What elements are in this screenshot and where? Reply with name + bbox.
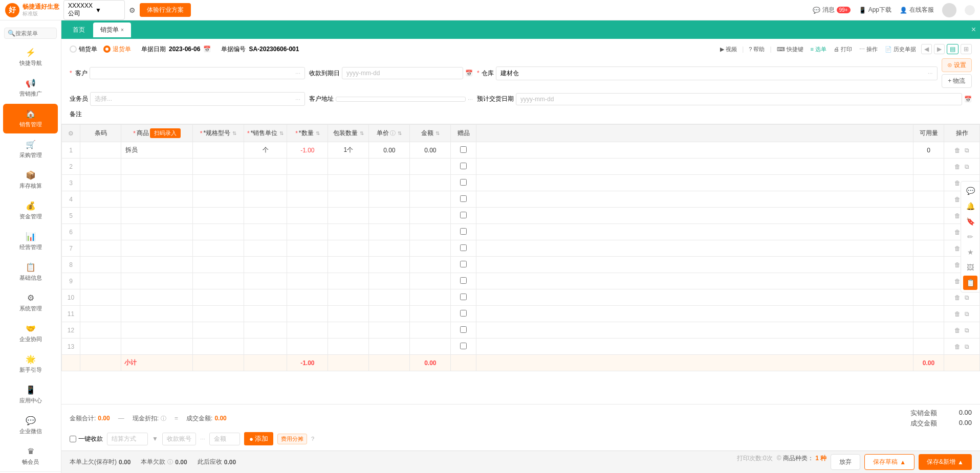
cell-price[interactable]	[369, 322, 410, 339]
expected-delivery-input[interactable]: yyyy-mm-dd	[516, 93, 962, 105]
gift-checkbox[interactable]	[460, 310, 467, 317]
cell-qty[interactable]	[287, 240, 328, 257]
cell-amount[interactable]	[410, 159, 451, 175]
payment-amount-input[interactable]: 金额	[209, 433, 240, 445]
scan-button[interactable]: 扫码录入	[150, 128, 181, 138]
cell-gift[interactable]	[451, 273, 476, 289]
cell-product[interactable]	[121, 191, 193, 208]
info-icon2[interactable]: ⓘ	[167, 458, 173, 466]
cell-barcode[interactable]	[80, 208, 121, 224]
radio-sales[interactable]: 销货单	[70, 45, 97, 54]
cell-pkg[interactable]	[328, 273, 369, 289]
gift-checkbox[interactable]	[460, 146, 467, 153]
app-download-btn[interactable]: 📱 App下载	[859, 6, 891, 14]
logistics-button[interactable]: + 物流	[942, 74, 972, 88]
cell-amount[interactable]	[410, 240, 451, 257]
amount-sort-icon[interactable]: ⇅	[435, 130, 440, 136]
operation-btn[interactable]: ⋯ 操作	[857, 44, 880, 54]
list-view-icon[interactable]: ▤	[947, 44, 959, 54]
cell-product[interactable]	[121, 339, 193, 355]
cell-amount[interactable]	[410, 306, 451, 322]
cell-pkg[interactable]	[328, 306, 369, 322]
delete-icon[interactable]: 🗑	[953, 162, 962, 171]
tab-close-icon[interactable]: ×	[121, 27, 124, 33]
cell-barcode[interactable]	[80, 322, 121, 339]
cell-qty[interactable]	[287, 289, 328, 306]
cell-product[interactable]	[121, 208, 193, 224]
tab-home[interactable]: 首页	[66, 22, 92, 37]
cell-product[interactable]	[121, 159, 193, 175]
calc-method-dropdown-icon[interactable]: ▼	[152, 435, 158, 442]
cell-gift[interactable]	[451, 240, 476, 257]
cell-amount[interactable]	[410, 339, 451, 355]
cell-amount[interactable]	[410, 289, 451, 306]
sidebar-item-inventory[interactable]: 📦 库存核算	[3, 165, 58, 195]
help-btn[interactable]: ? 帮助	[747, 44, 767, 54]
cell-pkg[interactable]	[328, 289, 369, 306]
float-btn-1[interactable]: 💬	[963, 184, 977, 198]
cell-gift[interactable]	[451, 224, 476, 240]
trial-button[interactable]: 体验行业方案	[140, 3, 191, 17]
cell-amount[interactable]	[410, 175, 451, 191]
cell-pkg[interactable]	[328, 191, 369, 208]
cell-unit[interactable]	[244, 175, 287, 191]
cell-amount[interactable]	[410, 208, 451, 224]
float-btn-6[interactable]: 🖼	[963, 260, 977, 275]
cell-price[interactable]	[369, 208, 410, 224]
account-input[interactable]: 收款账号	[162, 433, 196, 445]
video-btn[interactable]: ▶ 视频	[718, 44, 739, 54]
cell-gift[interactable]	[451, 289, 476, 306]
cell-barcode[interactable]	[80, 257, 121, 273]
expense-help-icon[interactable]: ?	[311, 436, 314, 442]
cell-price[interactable]	[369, 273, 410, 289]
qty-sort-icon[interactable]: ⇅	[316, 130, 320, 136]
sidebar-item-finance[interactable]: 💰 资金管理	[3, 196, 58, 226]
float-btn-5[interactable]: ★	[963, 245, 977, 259]
cell-qty[interactable]	[287, 224, 328, 240]
cell-spec[interactable]	[193, 224, 244, 240]
cell-pkg[interactable]	[328, 208, 369, 224]
cell-pkg[interactable]	[328, 159, 369, 175]
print-btn[interactable]: 🖨 打印	[832, 44, 854, 54]
copy-icon[interactable]: ⧉	[964, 146, 970, 155]
cell-unit[interactable]	[244, 306, 287, 322]
cell-unit[interactable]	[244, 322, 287, 339]
cell-qty[interactable]	[287, 257, 328, 273]
cell-barcode[interactable]	[80, 159, 121, 175]
cell-qty[interactable]	[287, 159, 328, 175]
gift-checkbox[interactable]	[460, 163, 467, 169]
sidebar-item-operations[interactable]: 📊 经营管理	[3, 227, 58, 256]
cell-gift[interactable]	[451, 306, 476, 322]
calendar-icon[interactable]: 📅	[203, 46, 211, 53]
cell-qty[interactable]	[287, 322, 328, 339]
cell-qty[interactable]: -1.00	[287, 142, 328, 159]
expense-button[interactable]: 费用分摊	[277, 434, 307, 444]
gift-checkbox[interactable]	[460, 343, 467, 349]
cell-qty[interactable]	[287, 339, 328, 355]
th-gear[interactable]: ⚙	[62, 125, 80, 142]
cell-amount[interactable]	[410, 257, 451, 273]
cell-gift[interactable]	[451, 175, 476, 191]
cell-gift[interactable]	[451, 257, 476, 273]
discard-button[interactable]: 放弃	[831, 454, 860, 470]
cell-unit[interactable]	[244, 339, 287, 355]
cell-pkg[interactable]: 1个	[328, 142, 369, 159]
cell-gift[interactable]	[451, 208, 476, 224]
save-new-dropdown-icon[interactable]: ▲	[957, 459, 964, 466]
radio-return[interactable]: 退货单	[103, 45, 131, 54]
unit-sort-icon[interactable]: ⇅	[279, 130, 284, 136]
gift-checkbox[interactable]	[460, 179, 467, 186]
online-service-btn[interactable]: 👤 在线客服	[900, 6, 934, 14]
cell-amount[interactable]: 0.00	[410, 142, 451, 159]
add-payment-button[interactable]: ● 添加	[244, 432, 273, 445]
cell-pkg[interactable]	[328, 322, 369, 339]
cell-unit[interactable]	[244, 224, 287, 240]
close-window-icon[interactable]: ×	[971, 25, 976, 34]
settings-icon[interactable]: ⚙	[129, 6, 136, 14]
tab-sales-order[interactable]: 销货单 ×	[93, 22, 131, 37]
cell-spec[interactable]	[193, 142, 244, 159]
cell-barcode[interactable]	[80, 175, 121, 191]
cell-price[interactable]	[369, 240, 410, 257]
delete-icon[interactable]: 🗑	[953, 342, 962, 351]
calc-method-input[interactable]: 结算方式	[107, 433, 148, 445]
